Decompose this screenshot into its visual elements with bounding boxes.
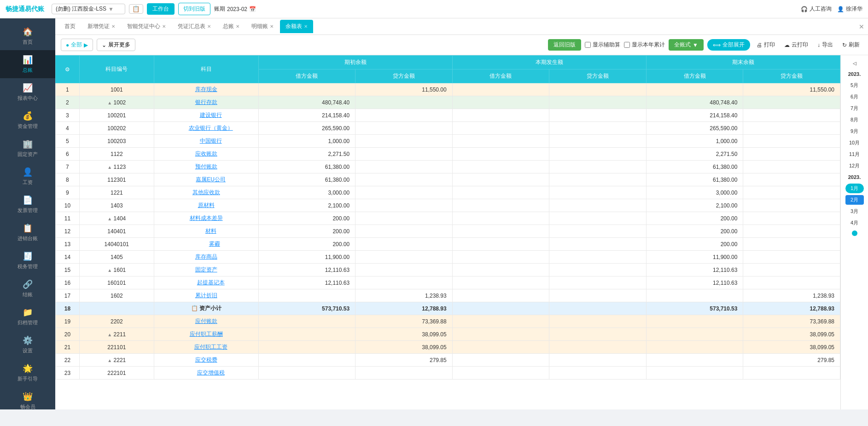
tab-detail-ledger[interactable]: 明细账 ✕ — [246, 20, 279, 33]
row-name[interactable]: 应付职工薪酬 — [154, 328, 258, 341]
format-button[interactable]: 全账式 ▼ — [669, 39, 704, 51]
tab-new-voucher[interactable]: 新增凭证 ✕ — [82, 20, 121, 33]
sidebar-item-guide[interactable]: 🌟 新手引导 — [0, 359, 55, 387]
sidebar-item-sales[interactable]: 📋 进销台账 — [0, 219, 55, 247]
row-name[interactable]: 嘉属EU公司 — [154, 173, 258, 186]
row-name[interactable]: 库存现金 — [154, 83, 258, 96]
tab-new-voucher-close[interactable]: ✕ — [111, 24, 115, 29]
right-panel-expand[interactable]: ◁ — [841, 59, 868, 68]
show-ytd-checkbox[interactable]: 显示本年累计 — [624, 41, 665, 49]
tab-general-ledger-close[interactable]: ✕ — [236, 24, 239, 29]
month-10[interactable]: 10月 — [845, 138, 864, 148]
cloud-print-button[interactable]: ☁ 云打印 — [781, 39, 811, 51]
show-aux-input[interactable] — [585, 42, 591, 48]
sidebar-item-funds[interactable]: 💰 资金管理 — [0, 106, 55, 134]
right-panel-dot-active[interactable] — [852, 230, 857, 236]
sidebar-item-settings[interactable]: ⚙️ 设置 — [0, 331, 55, 359]
row-code: 112301 — [79, 173, 154, 186]
month-7[interactable]: 7月 — [845, 104, 864, 113]
row-name[interactable]: 累计折旧 — [154, 289, 258, 302]
month-2[interactable]: 2月 — [845, 195, 864, 205]
workbench-button[interactable]: 工作台 — [147, 3, 175, 15]
switch-version-button[interactable]: 切到旧版 — [178, 3, 210, 15]
row-name[interactable]: 应付账款 — [154, 315, 258, 328]
row-name[interactable]: 雾霾 — [154, 238, 258, 251]
sidebar-item-salary[interactable]: 👤 工资 — [0, 162, 55, 190]
row-name[interactable]: 材料 — [154, 225, 258, 238]
month-4[interactable]: 4月 — [845, 218, 864, 228]
consult-button[interactable]: 🎧 人工咨询 — [801, 5, 832, 13]
row-name[interactable]: 起提基记本 — [154, 276, 258, 289]
sidebar-bottom: 👑 畅会员 ◀ 取消固定 — [0, 387, 55, 409]
tab-voucher-summary[interactable]: 凭证汇总表 ✕ — [172, 20, 216, 33]
year-2023-2-label: 2023. — [846, 173, 863, 182]
table-row: 16160101起提基记本12,110.6312,110.63 — [56, 276, 840, 289]
month-1[interactable]: 1月 — [845, 184, 864, 193]
amount-cell: 1,238.93 — [743, 289, 840, 302]
row-name[interactable]: 固定资产 — [154, 264, 258, 276]
export-button[interactable]: ↓ 导出 — [815, 39, 836, 51]
refresh-button[interactable]: ↻ 刷新 — [839, 39, 862, 51]
toggle-expand-button[interactable]: ⟺ 全部展开 — [707, 39, 750, 51]
code-col-header: 科目编号 — [79, 56, 154, 83]
sidebar-item-member[interactable]: 👑 畅会员 — [0, 387, 55, 409]
company-selector[interactable]: (勿删) 江西股金-LSS ▼ — [52, 4, 125, 14]
calendar-icon[interactable]: 📅 — [249, 6, 256, 12]
row-name[interactable]: 应收账款 — [154, 148, 258, 161]
sidebar-item-reports[interactable]: 📈 报表中心 — [0, 78, 55, 106]
sidebar-item-archive[interactable]: 📁 归档管理 — [0, 303, 55, 331]
tab-balance-sheet[interactable]: 余额表 ✕ — [280, 20, 313, 33]
row-name[interactable]: 应付职工工资 — [154, 341, 258, 354]
month-8[interactable]: 8月 — [845, 115, 864, 125]
tab-home[interactable]: 首页 — [59, 20, 81, 33]
tab-general-ledger[interactable]: 总账 ✕ — [217, 20, 245, 33]
row-name[interactable]: 银行存款 — [154, 96, 258, 109]
tab-smart-voucher[interactable]: 智能凭证中心 ✕ — [122, 20, 171, 33]
amount-cell — [452, 186, 549, 199]
user-avatar[interactable]: 👤 徐泽华 — [837, 5, 862, 13]
row-name[interactable]: 应交增值税 — [154, 367, 258, 380]
tab-balance-sheet-close[interactable]: ✕ — [304, 24, 308, 29]
row-code: 1405 — [79, 251, 154, 264]
sidebar-item-tax[interactable]: 🧾 税务管理 — [0, 247, 55, 275]
sidebar-item-assets[interactable]: 🏢 固定资产 — [0, 134, 55, 162]
month-11[interactable]: 11月 — [845, 150, 864, 159]
row-name[interactable]: 中国银行 — [154, 135, 258, 148]
amount-cell — [549, 83, 647, 96]
copy-button[interactable]: 📋 — [129, 4, 143, 14]
month-9[interactable]: 9月 — [845, 127, 864, 136]
show-ytd-input[interactable] — [624, 42, 630, 48]
back-old-version-button[interactable]: 返回旧版 — [548, 39, 581, 51]
row-name[interactable]: 应交税费 — [154, 354, 258, 367]
sidebar-item-archive-label: 归档管理 — [17, 319, 38, 326]
tab-general-ledger-label: 总账 — [223, 23, 234, 30]
row-name[interactable]: 预付账款 — [154, 161, 258, 173]
sidebar-item-closing[interactable]: 🔗 结账 — [0, 275, 55, 303]
tab-smart-voucher-close[interactable]: ✕ — [162, 24, 166, 29]
row-name[interactable]: 原材料 — [154, 199, 258, 212]
month-6[interactable]: 6月 — [845, 92, 864, 102]
row-name[interactable]: 建设银行 — [154, 109, 258, 122]
show-aux-checkbox[interactable]: 显示辅助算 — [585, 41, 620, 49]
sidebar-item-ledger[interactable]: 📊 总账 — [0, 50, 55, 78]
tab-detail-ledger-close[interactable]: ✕ — [270, 24, 274, 29]
cur-credit-header: 贷方金额 — [549, 69, 647, 83]
row-name[interactable]: 农业银行（黄金） — [154, 122, 258, 135]
filter-button[interactable]: ● 全部 ▶ — [61, 39, 93, 51]
month-3[interactable]: 3月 — [845, 207, 864, 216]
expand-button[interactable]: ⌄ 展开更多 — [97, 39, 135, 51]
row-name[interactable]: 其他应收款 — [154, 186, 258, 199]
amount-cell — [452, 135, 549, 148]
row-name[interactable]: 库存商品 — [154, 251, 258, 264]
amount-cell: 200.00 — [646, 225, 743, 238]
print-button[interactable]: 🖨 打印 — [754, 39, 778, 51]
row-name[interactable]: 材料成本差异 — [154, 212, 258, 225]
sidebar-item-home[interactable]: 🏠 首页 — [0, 22, 55, 50]
close-all-tabs[interactable]: ✕ — [859, 23, 864, 30]
sidebar-item-invoice[interactable]: 📄 发票管理 — [0, 190, 55, 219]
month-5[interactable]: 5月 — [845, 81, 864, 90]
amount-cell — [743, 96, 840, 109]
ledger-icon: 📊 — [23, 55, 33, 65]
tab-voucher-summary-close[interactable]: ✕ — [207, 24, 211, 29]
month-12[interactable]: 12月 — [845, 161, 864, 171]
